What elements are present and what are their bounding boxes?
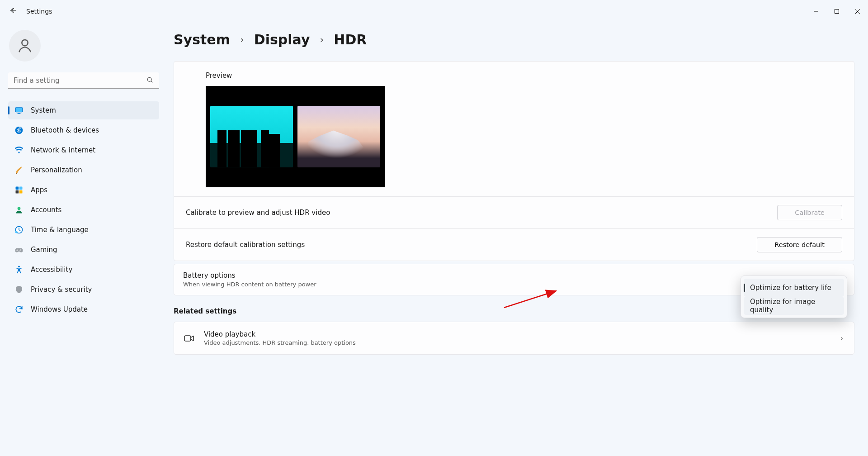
sidebar-item-label: Accessibility: [31, 266, 72, 274]
svg-rect-8: [16, 108, 22, 112]
chevron-right-icon: ›: [320, 34, 324, 45]
maximize-button[interactable]: [826, 4, 847, 19]
sidebar: System Bluetooth & devices Network & int…: [0, 23, 167, 456]
svg-point-17: [15, 231, 18, 233]
chevron-right-icon: ›: [240, 34, 244, 45]
minimize-button[interactable]: [806, 4, 826, 19]
sidebar-item-label: Gaming: [31, 246, 57, 254]
breadcrumb: System › Display › HDR: [174, 32, 854, 48]
main-content: System › Display › HDR Preview Calibrate…: [167, 23, 868, 456]
back-icon[interactable]: [9, 6, 17, 16]
sidebar-item-update[interactable]: Windows Update: [8, 300, 159, 318]
search-input[interactable]: [8, 72, 159, 89]
update-icon: [14, 305, 24, 314]
svg-rect-13: [16, 190, 19, 194]
calibrate-row: Calibrate to preview and adjust HDR vide…: [174, 196, 854, 228]
video-icon: [183, 332, 195, 344]
search-icon: [146, 76, 154, 86]
preview-image: [206, 86, 385, 187]
accessibility-icon: [14, 265, 24, 274]
window-title: Settings: [26, 8, 52, 15]
svg-point-15: [18, 207, 21, 210]
paintbrush-icon: [14, 166, 24, 175]
clock-icon: [14, 225, 24, 234]
system-icon: [14, 106, 24, 115]
sidebar-item-system[interactable]: System: [8, 101, 159, 119]
sidebar-item-accounts[interactable]: Accounts: [8, 201, 159, 219]
sidebar-item-label: System: [31, 106, 56, 114]
sidebar-item-label: Time & language: [31, 226, 89, 234]
restore-default-button[interactable]: Restore default: [757, 237, 842, 252]
title-bar: Settings: [0, 0, 868, 23]
svg-rect-21: [184, 336, 191, 341]
video-sub: Video adjustments, HDR streaming, batter…: [204, 339, 831, 346]
gaming-icon: [14, 245, 24, 254]
calibrate-button[interactable]: Calibrate: [777, 205, 842, 220]
svg-rect-14: [19, 190, 23, 194]
shield-icon: [14, 285, 24, 294]
dropdown-option-battery-life[interactable]: Optimize for battery life: [744, 279, 844, 297]
battery-options-dropdown: Optimize for battery life Optimize for i…: [741, 276, 847, 318]
battery-sub: When viewing HDR content on battery powe…: [183, 281, 316, 288]
apps-icon: [14, 185, 24, 195]
sidebar-item-network[interactable]: Network & internet: [8, 141, 159, 159]
breadcrumb-system[interactable]: System: [174, 32, 230, 48]
video-playback-card[interactable]: Video playback Video adjustments, HDR st…: [174, 322, 854, 355]
preview-label: Preview: [206, 71, 854, 80]
sidebar-item-personalization[interactable]: Personalization: [8, 161, 159, 179]
battery-title: Battery options: [183, 271, 316, 280]
svg-point-20: [18, 266, 20, 268]
breadcrumb-display[interactable]: Display: [254, 32, 310, 48]
sidebar-item-gaming[interactable]: Gaming: [8, 241, 159, 259]
restore-row: Restore default calibration settings Res…: [174, 228, 854, 261]
svg-point-18: [20, 249, 21, 250]
sidebar-item-privacy[interactable]: Privacy & security: [8, 280, 159, 299]
svg-rect-12: [19, 187, 23, 190]
sidebar-item-label: Apps: [31, 186, 47, 194]
avatar[interactable]: [9, 30, 41, 62]
svg-point-4: [22, 40, 28, 46]
sidebar-item-label: Privacy & security: [31, 285, 92, 294]
sidebar-item-label: Bluetooth & devices: [31, 126, 99, 134]
svg-rect-9: [18, 113, 21, 114]
restore-label: Restore default calibration settings: [186, 241, 305, 249]
sidebar-item-bluetooth[interactable]: Bluetooth & devices: [8, 121, 159, 139]
sidebar-item-label: Accounts: [31, 206, 61, 214]
dropdown-option-image-quality[interactable]: Optimize for image quality: [744, 297, 844, 315]
chevron-right-icon: ›: [840, 334, 843, 342]
sidebar-item-label: Network & internet: [31, 146, 95, 154]
breadcrumb-hdr: HDR: [334, 32, 367, 48]
svg-point-5: [147, 77, 151, 81]
sidebar-item-label: Windows Update: [31, 305, 88, 314]
svg-rect-11: [16, 187, 19, 190]
bluetooth-icon: [14, 126, 24, 135]
sidebar-item-accessibility[interactable]: Accessibility: [8, 261, 159, 279]
wifi-icon: [14, 146, 24, 155]
video-title: Video playback: [204, 330, 831, 338]
preview-card: Preview Calibrate to preview and adjust …: [174, 61, 854, 261]
sidebar-item-time[interactable]: Time & language: [8, 221, 159, 239]
sidebar-item-label: Personalization: [31, 166, 82, 174]
close-button[interactable]: [847, 4, 868, 19]
preview-pane-sdr: [210, 106, 293, 167]
accounts-icon: [14, 205, 24, 214]
calibrate-label: Calibrate to preview and adjust HDR vide…: [186, 209, 330, 217]
svg-point-19: [20, 250, 21, 251]
preview-pane-hdr: [297, 106, 380, 167]
svg-line-6: [151, 81, 152, 82]
svg-rect-1: [835, 10, 839, 14]
sidebar-item-apps[interactable]: Apps: [8, 181, 159, 199]
